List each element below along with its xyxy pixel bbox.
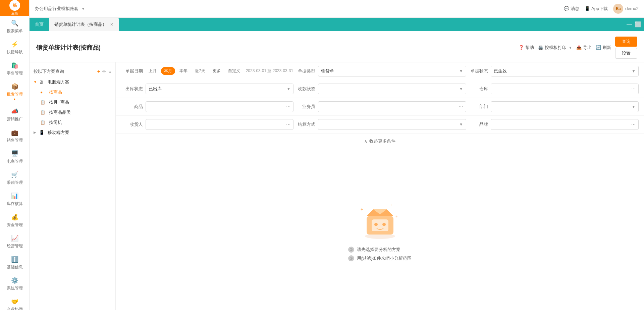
sidebar-item-purchase[interactable]: 🛒 采购管理 [0, 168, 30, 189]
brand-dots-icon[interactable]: ··· [631, 121, 636, 127]
solution-edit-btn[interactable]: ✏ [102, 69, 106, 74]
sidebar-item-retail[interactable]: 🛍️ 零售管理 [0, 58, 30, 80]
tab-close-icon[interactable]: ✕ [110, 22, 113, 27]
date-btn-last-month[interactable]: 上月 [146, 67, 160, 75]
svg-point-3 [374, 223, 378, 226]
sidebar-item-search[interactable]: 🔍 搜索菜单 [0, 16, 30, 37]
recipient-input[interactable]: ··· [146, 119, 293, 130]
message-btn[interactable]: 💬 消息 [564, 6, 579, 12]
mobile-node-label: 移动端方案 [48, 130, 111, 136]
logo-subtext: 标版 [11, 11, 18, 16]
search-icon: 🔍 [11, 19, 18, 27]
sidebar-item-enterprise[interactable]: 🤝 企业协同 [0, 295, 30, 310]
message-label: 消息 [571, 6, 579, 12]
payment-status-select[interactable]: ▼ [318, 84, 466, 94]
query-btn[interactable]: 查询 [615, 37, 637, 47]
tree-child-by-month-product[interactable]: 📋 按月+商品 [36, 97, 115, 107]
product-input[interactable]: ··· [146, 101, 293, 112]
tree-node-mobile[interactable]: ▶ 📱 移动端方案 [30, 127, 115, 138]
app-logo[interactable]: 畅 标版 [0, 0, 30, 16]
salesperson-input[interactable]: ··· [318, 101, 466, 112]
warehouse-status-value: 已出库 [149, 86, 162, 92]
warehouse-dots-icon[interactable]: ··· [631, 86, 636, 92]
doc-type-select[interactable]: 销货单 ▼ [318, 66, 466, 76]
sidebar-item-sales-mgmt[interactable]: 💼 销售管理 [0, 125, 30, 147]
brand-input[interactable]: ··· [491, 119, 639, 130]
solution-collapse-btn[interactable]: « [108, 69, 111, 74]
sidebar-label-sales-mgmt: 销售管理 [7, 138, 23, 143]
empty-num-1: ① [348, 247, 354, 253]
help-btn[interactable]: ❓ 帮助 [519, 45, 534, 51]
sidebar-item-inventory[interactable]: 📊 库存核算 [0, 189, 30, 210]
refresh-btn[interactable]: 🔄 刷新 [596, 45, 611, 51]
user-info[interactable]: Ea demo2 [613, 4, 639, 14]
solution-add-btn[interactable]: + [97, 68, 100, 74]
date-btn-this-year[interactable]: 本年 [176, 67, 191, 75]
date-filter: 上月 本月 本年 近7天 更多 自定义 2023-03-01 至 2023-03… [146, 67, 293, 75]
sidebar-item-finance[interactable]: 💰 资金管理 [0, 210, 30, 231]
sidebar-item-system[interactable]: ⚙️ 系统管理 [0, 273, 30, 295]
doc-type-label: 单据类型 [293, 68, 315, 74]
refresh-label: 刷新 [602, 45, 611, 51]
pc-expand-icon: ▼ [34, 80, 39, 84]
doc-status-select[interactable]: 已生效 ▼ [491, 66, 639, 76]
salesperson-dots-icon[interactable]: ··· [459, 104, 463, 110]
tab-minimize-icon[interactable]: — [627, 21, 632, 28]
tree-child-by-product-category[interactable]: 📋 按商品品类 [36, 107, 115, 117]
empty-num-2: ② [348, 255, 354, 261]
mobile-expand-icon: ▶ [34, 131, 39, 134]
sidebar-item-marketing[interactable]: 📣 营销推广 [0, 104, 30, 125]
payment-status-label: 收款状态 [293, 86, 315, 92]
solution-panel-actions: + ✏ « [97, 68, 111, 74]
sidebar-label-ecommerce: 电商管理 [7, 159, 23, 164]
salesperson-label: 业务员 [293, 104, 315, 110]
sidebar-item-operation[interactable]: 📈 经营管理 [0, 231, 30, 252]
date-btn-custom[interactable]: 自定义 [225, 67, 243, 75]
tree-child-by-product[interactable]: ● 按商品 [36, 87, 115, 97]
sidebar-label-system: 系统管理 [7, 286, 23, 291]
warehouse-label: 仓库 [466, 86, 488, 92]
brand-label: 品牌 [466, 121, 488, 127]
tree-child-by-printer[interactable]: 📋 按司机 [36, 117, 115, 127]
department-select[interactable]: ▼ [491, 101, 639, 112]
template-print-label: 按模板打印 [545, 45, 567, 51]
query-area: 单据日期 上月 本月 本年 近7天 更多 自定义 2023-03-01 至 20… [116, 62, 644, 310]
doc-status-arrow-icon: ▼ [632, 69, 636, 73]
date-btn-this-month[interactable]: 本月 [161, 67, 175, 75]
solution-panel-title: 按以下方案查询 [34, 68, 64, 74]
warehouse-status-select[interactable]: 已出库 ▼ [146, 84, 293, 94]
tab-maximize-icon[interactable]: ⬜ [635, 21, 641, 28]
date-label: 单据日期 [121, 68, 143, 74]
collapse-btn[interactable]: ∧ 收起更多条件 [116, 136, 644, 146]
tree-node-pc[interactable]: ▼ 🖥 电脑端方案 [30, 77, 115, 87]
workspace-selector[interactable]: 办公用品行业模拟账套 ▼ [35, 6, 85, 12]
print-icon: 🖨️ [538, 45, 543, 50]
page-title: 销货单统计计表(按商品) [36, 44, 101, 52]
sidebar-item-quick-nav[interactable]: ⚡ 快捷导航 [0, 37, 30, 58]
tab-sales-stat[interactable]: 销货单统计计表（按商品） ✕ [49, 18, 119, 31]
sidebar-label-purchase: 采购管理 [7, 180, 23, 186]
doc-status-label: 单据状态 [466, 68, 488, 74]
warehouse-input[interactable]: ··· [491, 84, 639, 94]
collapse-label: 收起更多条件 [369, 138, 395, 144]
export-btn[interactable]: 📤 导出 [576, 45, 592, 51]
template-print-btn[interactable]: 🖨️ 按模板打印 ▼ [538, 45, 572, 51]
payment-method-select[interactable]: ▼ [318, 119, 466, 130]
by-product-label: 按商品 [49, 89, 62, 95]
help-label: 帮助 [525, 45, 534, 51]
recipient-dots-icon[interactable]: ··· [286, 121, 290, 127]
product-label: 商品 [121, 104, 143, 110]
product-dots-icon[interactable]: ··· [286, 104, 290, 110]
app-download-icon: 📱 [585, 6, 590, 11]
solution-panel: 按以下方案查询 + ✏ « ▼ 🖥 电脑端方案 [30, 62, 115, 310]
sidebar-item-ecommerce[interactable]: 🖥️ 电商管理 [0, 147, 30, 168]
app-download-btn[interactable]: 📱 App下载 [585, 6, 608, 12]
settings-btn[interactable]: 设置 [615, 48, 637, 59]
top-header: 办公用品行业模拟账套 ▼ 💬 消息 📱 App下载 Ea demo2 [30, 0, 644, 18]
tab-home[interactable]: 首页 [30, 18, 49, 31]
sidebar-item-wholesale[interactable]: 📦 批发管理 ▲ [0, 80, 30, 104]
date-btn-7days[interactable]: 近7天 [192, 67, 208, 75]
sidebar-item-basic[interactable]: ℹ️ 基础信息 [0, 252, 30, 273]
date-btn-more[interactable]: 更多 [210, 67, 224, 75]
doc-type-value: 销货单 [321, 68, 334, 74]
